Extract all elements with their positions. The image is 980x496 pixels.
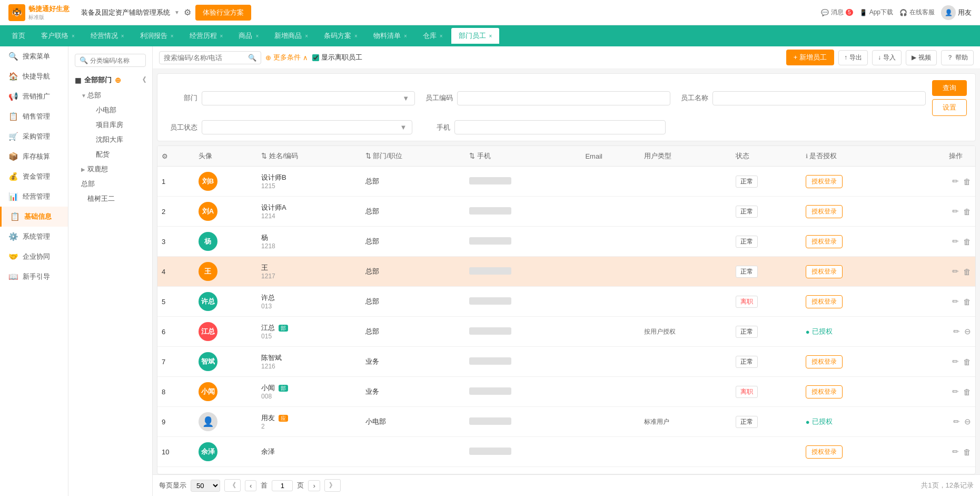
sidebar-item-guide[interactable]: 📖 新手引导 — [0, 267, 68, 287]
message-button[interactable]: 💬 消息 5 — [821, 8, 853, 17]
auth-login-button[interactable]: 授权登录 — [806, 205, 843, 218]
first-page-button[interactable]: 《 — [224, 479, 241, 492]
auth-login-button[interactable]: 授权登录 — [806, 445, 843, 459]
import-button[interactable]: ↓ 导入 — [872, 50, 902, 65]
tab-operation[interactable]: 经营情况 × — [83, 28, 132, 44]
tab-close-icon[interactable]: × — [72, 33, 75, 39]
dept-node-zongbu2[interactable]: 总部 — [77, 177, 148, 191]
page-size-select[interactable]: 50 100 200 — [191, 480, 220, 492]
tab-material[interactable]: 物料清单 × — [366, 28, 414, 44]
edit-button[interactable]: ✏ — [952, 387, 959, 396]
show-resigned-checkbox[interactable]: 显示离职员工 — [312, 53, 362, 62]
edit-button[interactable]: ✏ — [952, 177, 959, 186]
next-page-button[interactable]: › — [308, 480, 320, 491]
phone-input[interactable] — [454, 120, 665, 134]
sidebar-item-nav[interactable]: 🏠 快捷导航 — [0, 66, 68, 86]
auth-login-button[interactable]: 授权登录 — [806, 385, 843, 398]
tab-customer[interactable]: 客户联络 × — [34, 28, 82, 44]
col-name[interactable]: ⇅ 姓名/编码 — [257, 146, 361, 167]
tab-close-icon[interactable]: × — [121, 33, 124, 39]
video-button[interactable]: ▶ 视频 — [906, 50, 937, 65]
delete-button[interactable]: 🗑 — [963, 237, 971, 246]
gear-icon[interactable]: ⚙ — [184, 7, 191, 17]
tab-close-icon[interactable]: × — [404, 33, 407, 39]
sidebar-item-sales[interactable]: 📋 销售管理 — [0, 106, 68, 127]
help-button[interactable]: ？ 帮助 — [941, 50, 974, 65]
col-phone[interactable]: ⇅ 手机 — [465, 146, 581, 167]
tab-close-icon[interactable]: × — [171, 33, 174, 39]
dept-select[interactable]: ▼ — [202, 91, 415, 105]
tab-close-icon[interactable]: × — [305, 33, 308, 39]
auth-login-button[interactable]: 授权登录 — [806, 175, 843, 188]
tab-warehouse[interactable]: 仓库 × — [415, 28, 450, 44]
online-service-button[interactable]: 🎧 在线客服 — [899, 8, 935, 17]
sidebar-item-operation[interactable]: 📊 经营管理 — [0, 187, 68, 207]
export-button[interactable]: ↑ 导出 — [838, 50, 868, 65]
query-button[interactable]: 查询 — [932, 80, 967, 96]
edit-button[interactable]: ✏ — [952, 207, 959, 216]
dept-node-shuanglu[interactable]: ▶ 双鹿想 — [77, 162, 148, 177]
delete-button[interactable]: ⊖ — [964, 417, 971, 426]
tab-barcode[interactable]: 条码方案 × — [316, 28, 365, 44]
dept-node-shenyang[interactable]: 沈阳大库 — [85, 132, 148, 147]
reset-button[interactable]: 设置 — [932, 99, 967, 116]
sidebar-item-search[interactable]: 🔍 搜索菜单 — [0, 46, 68, 66]
tab-close-icon[interactable]: × — [354, 33, 358, 39]
sidebar-item-marketing[interactable]: 📢 营销推广 — [0, 86, 68, 106]
auth-login-button[interactable]: 授权登录 — [806, 235, 843, 248]
col-settings[interactable]: ⚙ — [157, 146, 194, 167]
more-filter-button[interactable]: ⊕ 更多条件 ∧ — [265, 53, 308, 62]
emp-status-select[interactable]: ▼ — [202, 120, 412, 134]
delete-button[interactable]: 🗑 — [963, 177, 971, 186]
tab-profit[interactable]: 利润报告 × — [133, 28, 181, 44]
emp-name-input[interactable] — [712, 91, 926, 105]
sidebar-item-finance[interactable]: 💰 资金管理 — [0, 167, 68, 187]
auth-login-button[interactable]: 授权登录 — [806, 355, 843, 368]
auth-login-button[interactable]: 授权登录 — [806, 265, 843, 278]
delete-button[interactable]: 🗑 — [963, 387, 971, 396]
employee-search-input[interactable] — [164, 54, 248, 62]
delete-button[interactable]: 🗑 — [963, 297, 971, 306]
tab-new-goods[interactable]: 新增商品 × — [267, 28, 315, 44]
tab-employee[interactable]: 部门员工 × — [451, 28, 500, 44]
delete-button[interactable]: 🗑 — [963, 267, 971, 276]
delete-button[interactable]: 🗑 — [963, 448, 971, 456]
tab-home[interactable]: 首页 — [4, 28, 33, 44]
dept-search-input[interactable] — [90, 57, 132, 64]
user-avatar-area[interactable]: 👤 用友 — [941, 5, 972, 20]
edit-button[interactable]: ✏ — [952, 447, 959, 456]
col-dept[interactable]: ⇅ 部门/职位 — [361, 146, 466, 167]
dept-add-icon[interactable]: ⊕ — [115, 76, 121, 84]
tab-close-icon[interactable]: × — [255, 33, 259, 39]
settings-icon[interactable]: ⚙ — [162, 152, 168, 160]
tab-close-icon[interactable]: × — [220, 33, 223, 39]
delete-button[interactable]: 🗑 — [963, 207, 971, 216]
dept-node-xiaodian[interactable]: 小电部 — [85, 103, 148, 118]
dept-search-box[interactable]: 🔍 — [75, 54, 146, 67]
add-employee-button[interactable]: + 新增员工 — [786, 50, 834, 65]
dept-collapse-icon[interactable]: 《 — [139, 75, 146, 85]
app-download-button[interactable]: 📱 App下载 — [859, 8, 893, 17]
employee-search-box[interactable]: 🔍 — [159, 51, 261, 64]
tab-goods[interactable]: 商品 × — [231, 28, 266, 44]
sidebar-item-system[interactable]: ⚙️ 系统管理 — [0, 227, 68, 247]
auth-login-button[interactable]: 授权登录 — [806, 295, 843, 308]
edit-button[interactable]: ✏ — [952, 237, 959, 246]
last-page-button[interactable]: 》 — [324, 479, 341, 492]
edit-button[interactable]: ✏ — [952, 297, 959, 306]
prev-page-button[interactable]: ‹ — [245, 480, 256, 491]
dept-node-zongbu-parent[interactable]: ▼ 总部 — [77, 88, 148, 103]
delete-button[interactable]: 🗑 — [963, 357, 971, 366]
edit-button[interactable]: ✏ — [952, 357, 959, 366]
emp-code-input[interactable] — [457, 91, 670, 105]
tab-history[interactable]: 经营历程 × — [182, 28, 231, 44]
tab-close-icon[interactable]: × — [440, 33, 443, 39]
edit-button[interactable]: ✏ — [952, 267, 959, 276]
sidebar-item-basic[interactable]: 📋 基础信息 — [0, 207, 68, 227]
sidebar-item-purchase[interactable]: 🛒 采购管理 — [0, 127, 68, 147]
dept-node-distribution[interactable]: 配货 — [85, 147, 148, 162]
dept-node-project[interactable]: 项目库房 — [85, 118, 148, 132]
sidebar-item-inventory[interactable]: 📦 库存核算 — [0, 147, 68, 167]
delete-button[interactable]: ⊖ — [964, 327, 971, 336]
tab-close-icon[interactable]: × — [489, 33, 492, 39]
